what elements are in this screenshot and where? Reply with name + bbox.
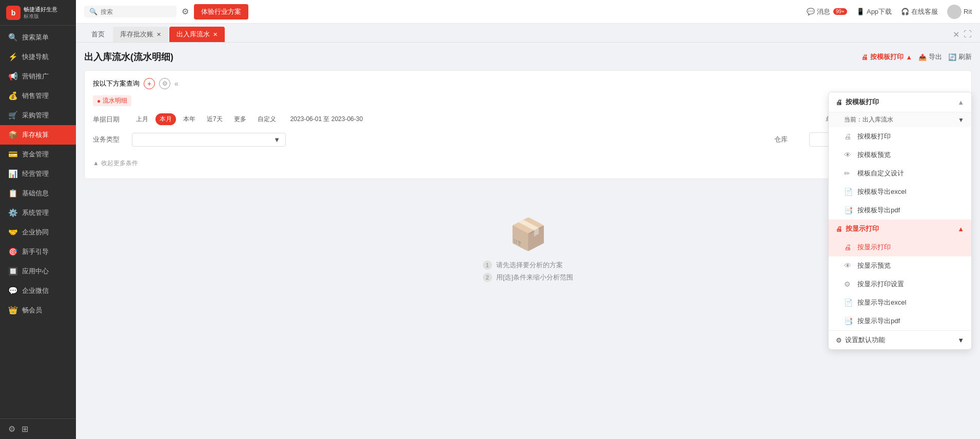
finance-icon: 💳 xyxy=(8,150,18,159)
date-tag-this-month[interactable]: 本月 xyxy=(155,113,176,125)
sidebar-item-finance[interactable]: 💳 资金管理 xyxy=(0,145,76,164)
dropdown-item-print-display[interactable]: 🖨 按显示打印 xyxy=(829,238,971,256)
print-template-icon: 🖨 xyxy=(844,132,853,141)
step-num-2: 2 xyxy=(483,273,492,282)
tab-flow-close[interactable]: ✕ xyxy=(213,31,218,38)
step-num-1: 1 xyxy=(483,261,492,270)
sidebar-item-member[interactable]: 👑 畅会员 xyxy=(0,301,76,320)
refresh-button[interactable]: 🔄 刷新 xyxy=(948,52,972,62)
tab-batch-close[interactable]: ✕ xyxy=(156,31,161,38)
window-maximize-icon[interactable]: ⛶ xyxy=(964,30,972,39)
operations-icon: 📊 xyxy=(8,169,18,178)
dropdown-item-print-template[interactable]: 🖨 按模板打印 xyxy=(829,127,971,146)
flow-detail-tag[interactable]: ● 流水明细 xyxy=(93,95,131,106)
filter-header-left: 按以下方案查询 + ⚙ « xyxy=(93,78,179,89)
app-download-icon: 📱 xyxy=(856,8,865,15)
quick-nav-icon: ⚡ xyxy=(8,52,18,62)
pdf-template-icon: 📑 xyxy=(844,206,853,214)
current-template-item: 当前：出入库流水 ▼ xyxy=(829,112,971,127)
dropdown-footer-default[interactable]: ⚙ 设置默认功能 ▼ xyxy=(829,330,971,349)
filter-collapse-icon[interactable]: « xyxy=(174,79,179,88)
dropdown-item-design-template[interactable]: ✏ 模板自定义设计 xyxy=(829,164,971,183)
warehouse-label: 仓库 xyxy=(774,135,805,144)
filter-add-button[interactable]: + xyxy=(144,78,155,89)
tabbar: 首页 库存批次账 ✕ 出入库流水 ✕ ✕ ⛶ xyxy=(76,24,980,43)
sidebar-item-wechat[interactable]: 💬 企业微信 xyxy=(0,281,76,301)
sidebar-bottom: ⚙ ⊞ xyxy=(0,418,76,439)
message-button[interactable]: 💬 消息 99+ xyxy=(807,7,847,16)
date-tag-custom[interactable]: 自定义 xyxy=(253,113,280,125)
date-tag-this-year[interactable]: 本年 xyxy=(179,113,200,125)
business-type-select[interactable]: ▼ xyxy=(132,133,286,147)
business-type-label: 业务类型 xyxy=(93,135,124,144)
sidebar-item-sales[interactable]: 💰 销售管理 xyxy=(0,86,76,106)
dropdown-item-export-pdf-display[interactable]: 📑 按显示导出pdf xyxy=(829,312,971,330)
tab-batch[interactable]: 库存批次账 ✕ xyxy=(113,27,168,42)
topbar-gear-icon[interactable]: ⚙ xyxy=(182,7,189,16)
export-icon: 📤 xyxy=(918,53,927,61)
sidebar-item-search[interactable]: 🔍 搜索菜单 xyxy=(0,28,76,47)
filter-setting-button[interactable]: ⚙ xyxy=(159,78,170,89)
app-download-button[interactable]: 📱 App下载 xyxy=(856,7,892,16)
dropdown-item-export-excel-display[interactable]: 📄 按显示导出excel xyxy=(829,293,971,312)
sidebar-item-collab[interactable]: 🤝 企业协同 xyxy=(0,223,76,242)
print-template-dropdown-button[interactable]: 🖨 按模板打印 ▲ xyxy=(861,52,912,62)
refresh-icon: 🔄 xyxy=(948,53,956,61)
search-input[interactable] xyxy=(101,8,162,15)
date-range-value: 2023-06-01 至 2023-06-30 xyxy=(290,115,363,124)
dropdown-item-print-settings-display[interactable]: ⚙ 按显示打印设置 xyxy=(829,275,971,293)
sidebar-item-basics[interactable]: 📋 基础信息 xyxy=(0,184,76,203)
chevron-up-icon: ▲ xyxy=(906,53,912,61)
chevron-down-current-icon: ▼ xyxy=(958,116,964,124)
settings-footer-icon: ⚙ xyxy=(836,336,842,344)
print-template-header-icon: 🖨 xyxy=(836,98,842,106)
excel-template-icon: 📄 xyxy=(844,188,853,196)
date-tag-more[interactable]: 更多 xyxy=(230,113,250,125)
chevron-down-footer-icon: ▼ xyxy=(957,336,964,344)
user-avatar-button[interactable]: Rit xyxy=(947,5,972,19)
chevron-up-icon-2: ▲ xyxy=(93,159,99,167)
sidebar-item-purchase[interactable]: 🛒 采购管理 xyxy=(0,106,76,125)
page-header: 出入库流水(流水明细) 🖨 按模板打印 ▲ 📤 导出 🔄 刷新 xyxy=(84,51,972,63)
logo-text: 畅捷通好生意 标准版 xyxy=(24,6,57,19)
content-area: 出入库流水(流水明细) 🖨 按模板打印 ▲ 📤 导出 🔄 刷新 xyxy=(76,43,980,439)
dropdown-header[interactable]: 🖨 按模板打印 ▲ xyxy=(829,92,971,112)
date-tag-last-month[interactable]: 上月 xyxy=(132,113,152,125)
sidebar-item-inventory[interactable]: 📦 库存核算 xyxy=(0,125,76,145)
chevron-down-icon-2: ▼ xyxy=(273,136,280,144)
window-controls: ✕ ⛶ xyxy=(953,30,972,39)
dropdown-item-preview-display[interactable]: 👁 按显示预览 xyxy=(829,256,971,275)
topbar-search-box[interactable]: 🔍 xyxy=(84,6,177,17)
online-service-button[interactable]: 🎧 在线客服 xyxy=(901,7,938,16)
dropdown-item-export-excel-template[interactable]: 📄 按模板导出excel xyxy=(829,183,971,201)
sidebar-item-marketing[interactable]: 📢 营销推广 xyxy=(0,67,76,86)
date-label: 单据日期 xyxy=(93,115,124,124)
sidebar-item-quick-nav[interactable]: ⚡ 快捷导航 xyxy=(0,47,76,67)
appstore-icon: 🔲 xyxy=(8,267,18,276)
dropdown-item-preview-template[interactable]: 👁 按模板预览 xyxy=(829,146,971,164)
collapse-icon[interactable]: ⊞ xyxy=(22,424,28,434)
sidebar: b 畅捷通好生意 标准版 🔍 搜索菜单 ⚡ 快捷导航 📢 营销推广 💰 销售管理… xyxy=(0,0,76,439)
tab-flow[interactable]: 出入库流水 ✕ xyxy=(169,27,225,42)
chevron-up-sub-icon: ▲ xyxy=(957,225,964,233)
sidebar-item-operations[interactable]: 📊 经营管理 xyxy=(0,164,76,184)
industry-solution-button[interactable]: 体验行业方案 xyxy=(194,4,248,19)
export-button[interactable]: 📤 导出 xyxy=(918,52,942,62)
window-minimize-icon[interactable]: ✕ xyxy=(953,30,959,39)
sidebar-item-appstore[interactable]: 🔲 应用中心 xyxy=(0,262,76,281)
marketing-icon: 📢 xyxy=(8,72,18,81)
filter-header: 按以下方案查询 + ⚙ « xyxy=(93,78,963,89)
settings-bottom-icon[interactable]: ⚙ xyxy=(8,424,15,434)
date-tag-7days[interactable]: 近7天 xyxy=(203,113,227,125)
collapse-button[interactable]: ▲ 收起更多条件 xyxy=(93,155,138,171)
preview-display-icon: 👁 xyxy=(844,262,853,270)
sidebar-item-guide[interactable]: 🎯 新手引导 xyxy=(0,242,76,262)
sales-icon: 💰 xyxy=(8,91,18,101)
member-icon: 👑 xyxy=(8,306,18,315)
collab-icon: 🤝 xyxy=(8,228,18,237)
sidebar-item-system[interactable]: ⚙️ 系统管理 xyxy=(0,203,76,223)
display-print-sub-icon: 🖨 xyxy=(836,225,842,233)
display-print-sub-header[interactable]: 🖨 按显示打印 ▲ xyxy=(829,220,971,238)
dropdown-item-export-pdf-template[interactable]: 📑 按模板导出pdf xyxy=(829,201,971,220)
tab-home[interactable]: 首页 xyxy=(84,27,112,42)
